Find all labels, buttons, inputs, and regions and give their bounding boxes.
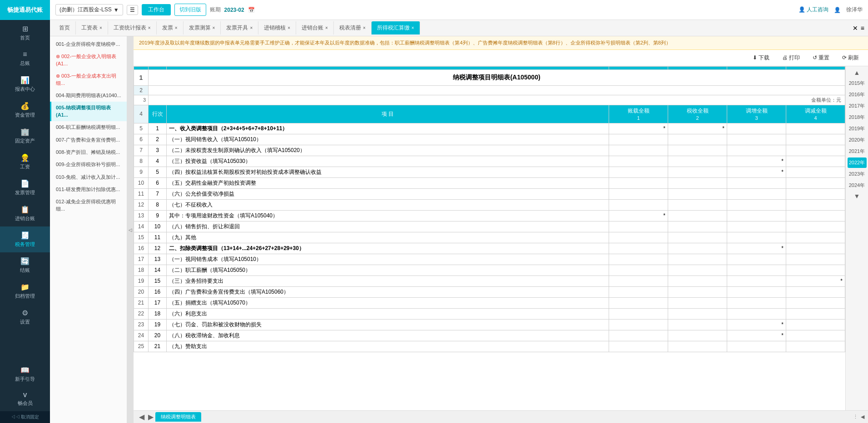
table-row[interactable]: 73（二）未按权责发生制原则确认的收入（填写A105020）	[134, 145, 845, 156]
cell-c[interactable]	[609, 232, 668, 243]
sidebar-item-vip[interactable]: V 畅会员	[0, 387, 50, 411]
cell-e[interactable]	[727, 275, 786, 286]
year-2022[interactable]: 2022年	[848, 157, 867, 168]
cell-xiang[interactable]: 二、扣除类调整项目（13+14+...24+26+27+28+29+30）	[167, 243, 609, 254]
print-button[interactable]: 🖨 打印	[779, 53, 804, 63]
cell-xiang[interactable]: 其中：专项用途财政性资金（填写A105040）	[167, 210, 609, 221]
cell-f[interactable]: *	[786, 275, 845, 286]
cell-xiang[interactable]: （四）广告费和业务宣传费支出（填写A105060）	[167, 286, 609, 297]
cell-xiang[interactable]: （五）捐赠支出（填写A105070）	[167, 297, 609, 308]
cell-f[interactable]	[786, 123, 845, 134]
cell-xiang[interactable]: （七）罚金、罚款和被没收财物的损失	[167, 319, 609, 330]
left-panel-item-004[interactable]: 004-期间费用明细表(A1040...	[50, 89, 127, 102]
tab-sales-audit[interactable]: 进销稽核 ×	[258, 21, 296, 34]
cell-xiang[interactable]: （九）赞助支出	[167, 341, 609, 352]
cell-e[interactable]: *	[727, 330, 786, 341]
cell-d[interactable]	[668, 232, 727, 243]
cell-f[interactable]	[786, 134, 845, 145]
cell-f[interactable]	[786, 286, 845, 297]
cell-c[interactable]	[609, 297, 668, 308]
tab-invoice[interactable]: 发票 ×	[157, 21, 184, 34]
cell-f[interactable]	[786, 243, 845, 254]
tab-invoice-calc[interactable]: 发票测算 ×	[184, 21, 221, 34]
cell-e[interactable]	[727, 145, 786, 156]
left-panel-item-001[interactable]: 001-企业所得税年度纳税申...	[50, 38, 127, 50]
refresh-button[interactable]: ⟳ 刷新	[838, 53, 863, 63]
table-row[interactable]: 2218（六）利息支出	[134, 308, 845, 319]
cell-hang[interactable]: 13	[149, 254, 167, 265]
cell-e[interactable]	[727, 308, 786, 319]
year-2023[interactable]: 2023年	[848, 169, 867, 179]
cell-hang[interactable]: 10	[149, 221, 167, 232]
cell-d[interactable]	[668, 275, 727, 286]
panel-collapse-button[interactable]: ◁	[127, 36, 134, 423]
year-2016[interactable]: 2016年	[848, 89, 867, 100]
cell-hang[interactable]: 4	[149, 156, 167, 167]
tab-sales-ledger[interactable]: 进销台账 ×	[296, 21, 334, 34]
cell-d[interactable]	[668, 156, 727, 167]
cell-hang[interactable]: 14	[149, 265, 167, 275]
cell-e[interactable]	[727, 254, 786, 265]
cell-c[interactable]	[609, 275, 668, 286]
support-link[interactable]: 👤 人工咨询	[799, 6, 828, 14]
cell-c[interactable]	[609, 319, 668, 330]
cell-d[interactable]	[668, 145, 727, 156]
cell-e[interactable]	[727, 265, 786, 275]
cell-f[interactable]	[786, 145, 845, 156]
left-panel-item-008[interactable]: 008-资产折旧、摊销及纳税...	[50, 146, 127, 158]
cell-c[interactable]: *	[609, 210, 668, 221]
reset-button[interactable]: ↺ 重置	[809, 53, 833, 63]
cell-hang[interactable]: 3	[149, 145, 167, 156]
cell-d[interactable]	[668, 177, 727, 188]
cell-e[interactable]: *	[727, 319, 786, 330]
bottom-tab-next[interactable]: ▶	[146, 413, 155, 421]
cell-d[interactable]	[668, 221, 727, 232]
user-avatar[interactable]: 👤	[834, 7, 841, 13]
cell-hang[interactable]: 12	[149, 243, 167, 254]
cell-c[interactable]	[609, 308, 668, 319]
table-row[interactable]: 84（三）投资收益（填写A105030）*	[134, 156, 845, 167]
cell-xiang[interactable]: 一、收入类调整项目（2+3+4+5+6+7+8+10+11）	[167, 123, 609, 134]
tab-payroll-report-close[interactable]: ×	[148, 25, 151, 30]
cell-c[interactable]	[609, 221, 668, 232]
year-up-button[interactable]: ▲	[848, 68, 867, 77]
cell-f[interactable]	[786, 297, 845, 308]
tab-payroll[interactable]: 工资表 ×	[76, 21, 108, 34]
sidebar-item-sales-ledger[interactable]: 📋 进销台账	[0, 201, 50, 226]
cell-f[interactable]	[786, 319, 845, 330]
company-settings-button[interactable]: ☰	[127, 5, 138, 15]
table-row[interactable]: 139 其中：专项用途财政性资金（填写A105040）*	[134, 210, 845, 221]
cell-hang[interactable]: 11	[149, 232, 167, 243]
year-2024[interactable]: 2024年	[848, 180, 867, 191]
cell-hang[interactable]: 18	[149, 308, 167, 319]
cell-d[interactable]	[668, 243, 727, 254]
tab-payroll-report[interactable]: 工资统计报表 ×	[108, 21, 157, 34]
cell-c[interactable]	[609, 177, 668, 188]
tab-payroll-close[interactable]: ×	[99, 25, 102, 30]
table-row[interactable]: 1915（三）业务招待要支出*	[134, 275, 845, 286]
left-panel-item-012[interactable]: 012-减免企业所得税优惠明细...	[50, 196, 127, 215]
cell-d[interactable]	[668, 167, 727, 177]
left-panel-item-006[interactable]: 006-职工薪酬纳税调整明细...	[50, 121, 127, 133]
year-2015[interactable]: 2015年	[848, 78, 867, 89]
cell-c[interactable]: *	[609, 123, 668, 134]
cell-xiang[interactable]: （一）视同销售收入（填写A105010）	[167, 134, 609, 145]
cell-f[interactable]	[786, 210, 845, 221]
cell-xiang[interactable]: （五）交易性金融资产初始投资调整	[167, 177, 609, 188]
left-panel-item-007[interactable]: 007-广告费和业务宣传费明...	[50, 134, 127, 146]
spreadsheet-container[interactable]: 1 纳税调整项目明细表(A105000) 2 3 金额单位：元	[134, 66, 845, 411]
cell-hang[interactable]: 5	[149, 167, 167, 177]
table-row[interactable]: 1511（九）其他	[134, 232, 845, 243]
download-button[interactable]: ⬇ 下载	[749, 53, 773, 63]
tab-tax-list[interactable]: 税表清册 ×	[334, 21, 372, 34]
cell-d[interactable]	[668, 297, 727, 308]
year-2021[interactable]: 2021年	[848, 146, 867, 157]
cell-hang[interactable]: 20	[149, 330, 167, 341]
table-row[interactable]: 2117（五）捐赠支出（填写A105070）	[134, 297, 845, 308]
year-2019[interactable]: 2019年	[848, 123, 867, 134]
cell-e[interactable]	[727, 286, 786, 297]
cell-c[interactable]	[609, 199, 668, 210]
cell-hang[interactable]: 2	[149, 134, 167, 145]
cell-hang[interactable]: 7	[149, 188, 167, 199]
cell-c[interactable]	[609, 254, 668, 265]
